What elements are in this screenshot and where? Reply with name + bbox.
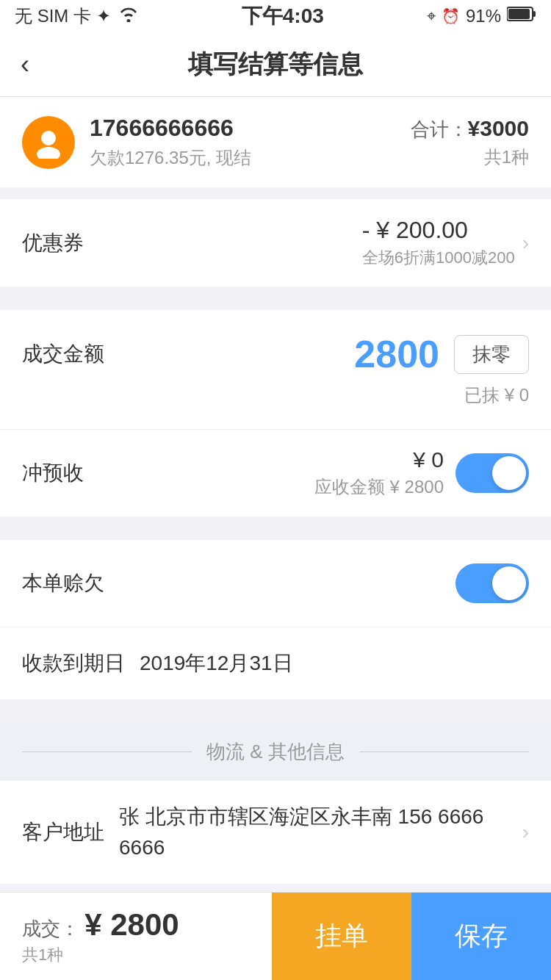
precollect-amount-block: ¥ 0 应收金额 ¥ 2800 — [314, 447, 444, 499]
coupon-discount: - ¥ 200.00 — [362, 217, 515, 244]
due-date-row: 收款到期日 2019年12月31日 — [0, 627, 551, 699]
precollect-toggle[interactable] — [455, 453, 529, 493]
address-value: 张 北京市市辖区海淀区永丰南 156 6666 6666 — [119, 801, 508, 863]
coupon-desc: 全场6折满1000减200 — [362, 247, 515, 269]
debt-toggle-knob — [492, 566, 526, 600]
status-right: ⌖ ⏰ 91% — [427, 6, 536, 26]
footer: 成交： ¥ 2800 共1种 挂单 保存 — [0, 892, 551, 980]
status-left: 无 SIM 卡 ✦ — [15, 4, 139, 28]
status-bar: 无 SIM 卡 ✦ 下午4:03 ⌖ ⏰ 91% — [0, 0, 551, 32]
customer-left: 17666666666 欠款1276.35元, 现结 — [22, 115, 251, 170]
page-title: 填写结算等信息 — [188, 48, 363, 82]
debt-label: 本单赊欠 — [22, 569, 104, 597]
section-divider-3 — [0, 699, 551, 711]
due-date-value: 2019年12月31日 — [140, 649, 293, 677]
svg-point-4 — [37, 147, 60, 159]
svg-rect-2 — [508, 9, 530, 19]
total-label: 合计：¥3000 — [411, 116, 529, 143]
coupon-row[interactable]: 优惠券 - ¥ 200.00 全场6折满1000减200 › — [0, 199, 551, 287]
hang-button[interactable]: 挂单 — [272, 893, 411, 981]
logistics-line-left — [22, 752, 192, 752]
precollect-amount: ¥ 0 — [314, 447, 444, 472]
logistics-line-right — [359, 752, 529, 752]
footer-count: 共1种 — [22, 944, 250, 966]
logistics-header: 物流 & 其他信息 — [0, 723, 551, 781]
address-row[interactable]: 客户地址 张 北京市市辖区海淀区永丰南 156 6666 6666 › — [0, 781, 551, 884]
customer-total: 合计：¥3000 共1种 — [411, 116, 529, 169]
footer-deal-label: 成交： ¥ 2800 — [22, 907, 250, 943]
customer-debt: 欠款1276.35元, 现结 — [90, 146, 251, 170]
nav-bar: ‹ 填写结算等信息 — [0, 32, 551, 97]
wifi-icon — [118, 6, 139, 26]
precollect-right: ¥ 0 应收金额 ¥ 2800 — [314, 447, 529, 499]
content: 17666666666 欠款1276.35元, 现结 合计：¥3000 共1种 … — [0, 97, 551, 980]
precollect-label: 冲预收 — [22, 459, 84, 487]
status-time: 下午4:03 — [242, 2, 324, 30]
save-button[interactable]: 保存 — [411, 893, 551, 981]
amount-value: 2800 — [354, 332, 439, 376]
section-divider-1 — [0, 298, 551, 310]
round-button[interactable]: 抹零 — [454, 335, 529, 374]
amount-section: 成交金额 2800 抹零 已抹 ¥ 0 — [0, 310, 551, 429]
logistics-title: 物流 & 其他信息 — [206, 739, 345, 765]
coupon-right: - ¥ 200.00 全场6折满1000减200 › — [362, 217, 529, 269]
section-divider-2 — [0, 516, 551, 528]
total-count: 共1种 — [411, 145, 529, 169]
sim-text: 无 SIM 卡 ✦ — [15, 4, 111, 28]
location-icon: ⌖ — [427, 7, 436, 26]
precollect-sub: 应收金额 ¥ 2800 — [314, 475, 444, 499]
coupon-chevron-icon: › — [522, 231, 529, 255]
battery-text: 91% — [466, 6, 501, 26]
toggle-knob — [492, 456, 526, 490]
coupon-label: 优惠券 — [22, 229, 84, 257]
amount-sub: 已抹 ¥ 0 — [22, 383, 529, 407]
amount-right: 2800 抹零 — [354, 332, 529, 376]
debt-toggle[interactable] — [455, 563, 529, 603]
due-date-label: 收款到期日 — [22, 649, 125, 677]
back-button[interactable]: ‹ — [21, 49, 29, 80]
svg-rect-1 — [533, 11, 536, 17]
amount-label: 成交金额 — [22, 340, 104, 368]
address-chevron-icon: › — [522, 821, 529, 844]
customer-phone: 17666666666 — [90, 115, 251, 142]
battery-icon — [507, 6, 536, 26]
avatar — [22, 116, 75, 169]
address-label: 客户地址 — [22, 818, 104, 846]
alarm-icon: ⏰ — [442, 7, 460, 25]
debt-row: 本单赊欠 — [0, 540, 551, 627]
footer-amount: ¥ 2800 — [84, 907, 179, 942]
footer-info: 成交： ¥ 2800 共1种 — [0, 907, 272, 966]
svg-point-3 — [41, 131, 56, 145]
amount-row: 成交金额 2800 抹零 — [22, 332, 529, 376]
customer-info: 17666666666 欠款1276.35元, 现结 — [90, 115, 251, 170]
customer-card: 17666666666 欠款1276.35元, 现结 合计：¥3000 共1种 — [0, 97, 551, 187]
precollect-row: 冲预收 ¥ 0 应收金额 ¥ 2800 — [0, 429, 551, 516]
